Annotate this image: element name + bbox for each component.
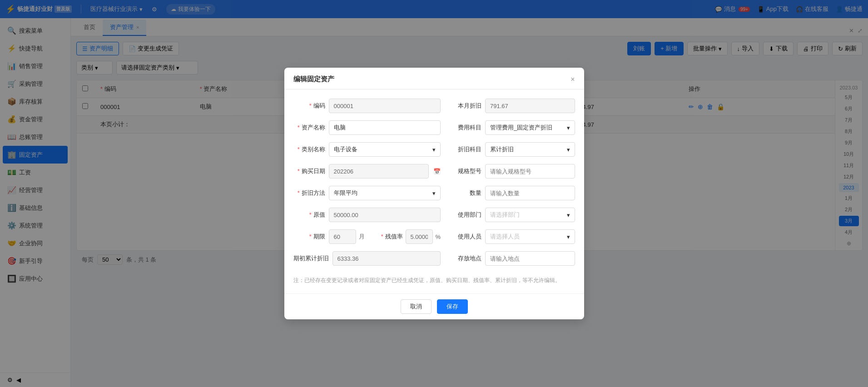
cancel-button[interactable]: 取消 xyxy=(401,299,432,314)
period-unit: 月 xyxy=(359,233,365,241)
department-chevron: ▾ xyxy=(567,212,570,218)
purchase-date-label: 购买日期 xyxy=(293,167,325,175)
modal-body: 编码 本月折旧 资产名称 费用科目 管理费用_固定资产折旧 xyxy=(284,89,584,293)
expense-subject-value: 管理费用_固定资产折旧 xyxy=(490,124,552,132)
user-label: 使用人员 xyxy=(450,233,481,241)
form-item-storage: 存放地点 xyxy=(450,251,575,266)
modal-title: 编辑固定资产 xyxy=(293,75,334,84)
dep-subject-select[interactable]: 累计折旧 ▾ xyxy=(485,142,575,157)
original-value-label: 原值 xyxy=(293,211,325,219)
form-item-spec: 规格型号 xyxy=(450,164,575,179)
dep-method-chevron: ▾ xyxy=(432,190,436,197)
residual-rate-unit: % xyxy=(436,233,441,240)
user-placeholder: 请选择人员 xyxy=(490,233,520,241)
code-input xyxy=(329,99,441,113)
purchase-date-row: 📅 xyxy=(329,164,441,179)
period-residual-row: 月 残值率 % xyxy=(329,229,441,244)
department-label: 使用部门 xyxy=(450,211,481,219)
expense-subject-select[interactable]: 管理费用_固定资产折旧 ▾ xyxy=(485,120,575,135)
department-placeholder: 请选择部门 xyxy=(490,211,520,219)
form-item-quantity: 数量 xyxy=(450,186,575,200)
period-label: 期限 xyxy=(293,233,325,241)
dep-method-value: 年限平均 xyxy=(334,189,357,197)
modal-close-button[interactable]: × xyxy=(570,75,575,84)
period-input xyxy=(329,229,356,244)
dep-subject-label: 折旧科目 xyxy=(450,145,481,154)
purchase-date-input xyxy=(329,164,429,179)
category-name-chevron: ▾ xyxy=(432,146,436,153)
code-label: 编码 xyxy=(293,102,325,110)
residual-rate-input xyxy=(406,229,433,244)
form-item-user: 使用人员 请选择人员 ▾ xyxy=(450,229,575,244)
form-item-dep-subject: 折旧科目 累计折旧 ▾ xyxy=(450,142,575,157)
form-item-department: 使用部门 请选择部门 ▾ xyxy=(450,208,575,222)
spec-input[interactable] xyxy=(485,164,575,179)
initial-dep-input xyxy=(332,251,441,266)
dep-method-label: 折旧方法 xyxy=(293,189,325,197)
dep-subject-chevron: ▾ xyxy=(567,146,570,153)
form-item-expense-subject: 费用科目 管理费用_固定资产折旧 ▾ xyxy=(450,120,575,135)
user-select[interactable]: 请选择人员 ▾ xyxy=(485,229,575,244)
asset-name-label: 资产名称 xyxy=(293,124,325,132)
initial-dep-label: 期初累计折旧 xyxy=(293,254,329,263)
dep-method-select[interactable]: 年限平均 ▾ xyxy=(329,186,441,200)
modal-header: 编辑固定资产 × xyxy=(284,68,584,89)
asset-name-input[interactable] xyxy=(329,120,441,135)
department-select[interactable]: 请选择部门 ▾ xyxy=(485,208,575,222)
form-item-purchase-date: 购买日期 📅 xyxy=(293,164,441,179)
storage-label: 存放地点 xyxy=(450,254,481,263)
form-item-dep-method: 折旧方法 年限平均 ▾ xyxy=(293,186,441,200)
category-name-select[interactable]: 电子设备 ▾ xyxy=(329,142,441,157)
dep-subject-value: 累计折旧 xyxy=(490,145,514,154)
quantity-label: 数量 xyxy=(450,189,481,197)
edit-asset-modal: 编辑固定资产 × 编码 本月折旧 资产名称 xyxy=(284,68,584,319)
monthly-dep-label: 本月折旧 xyxy=(450,102,481,110)
modal-footer: 取消 保存 xyxy=(284,293,584,319)
quantity-input[interactable] xyxy=(485,186,575,200)
form-item-category: 类别名称 电子设备 ▾ xyxy=(293,142,441,157)
storage-input[interactable] xyxy=(485,251,575,266)
spec-label: 规格型号 xyxy=(450,167,481,175)
form-item-period: 期限 月 残值率 % xyxy=(293,229,441,244)
expense-subject-chevron: ▾ xyxy=(567,124,570,131)
form-grid: 编码 本月折旧 资产名称 费用科目 管理费用_固定资产折旧 xyxy=(293,99,575,284)
residual-rate-label: 残值率 xyxy=(371,233,403,241)
form-item-code: 编码 xyxy=(293,99,441,113)
calendar-icon[interactable]: 📅 xyxy=(433,168,441,175)
form-item-original-value: 原值 xyxy=(293,208,441,222)
form-note: 注：已经存在变更记录或者对应固定资产已经生成凭证，原值、购买日期、残值率、累计折… xyxy=(293,273,575,284)
monthly-dep-input xyxy=(485,99,575,113)
form-item-initial-depreciation: 期初累计折旧 xyxy=(293,251,441,266)
category-name-label: 类别名称 xyxy=(293,145,325,154)
form-item-asset-name: 资产名称 xyxy=(293,120,441,135)
expense-subject-label: 费用科目 xyxy=(450,124,481,132)
form-item-monthly-depreciation: 本月折旧 xyxy=(450,99,575,113)
user-chevron: ▾ xyxy=(567,233,570,240)
original-value-input xyxy=(329,208,441,222)
category-name-value: 电子设备 xyxy=(334,145,357,154)
save-button[interactable]: 保存 xyxy=(437,299,468,314)
modal-overlay: 编辑固定资产 × 编码 本月折旧 资产名称 xyxy=(0,0,868,387)
